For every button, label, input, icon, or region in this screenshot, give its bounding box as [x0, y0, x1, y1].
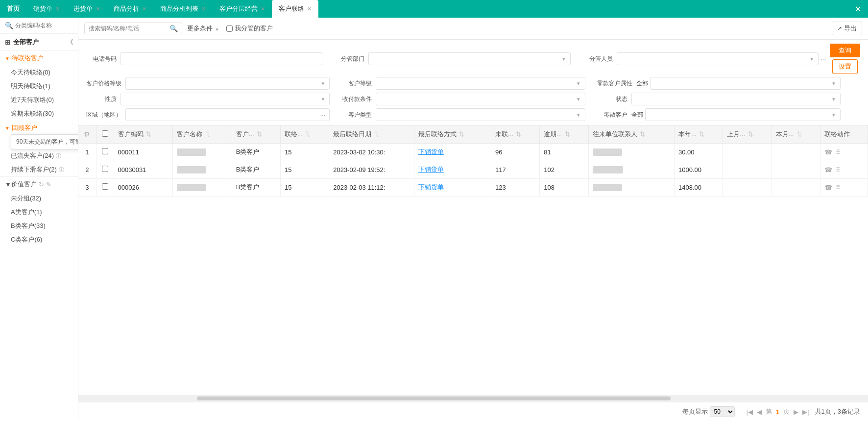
- row-checkbox[interactable]: [96, 143, 114, 161]
- my-customers-checkbox[interactable]: [226, 25, 233, 32]
- filter-status-select[interactable]: ▼: [631, 93, 841, 105]
- row-name: ██████: [173, 143, 232, 161]
- row-actions[interactable]: ☎ ⠿: [820, 178, 868, 196]
- last-page-btn[interactable]: ▶|: [802, 408, 809, 416]
- action-call-icon[interactable]: ☎: [824, 184, 832, 191]
- col-liaison-sort[interactable]: ⇅: [640, 130, 645, 138]
- sidebar-group-review[interactable]: ▼ 回顾客户: [0, 121, 78, 135]
- row-last-method[interactable]: 下销货单: [414, 178, 491, 196]
- sidebar-item-class-c[interactable]: C类客户(6): [0, 233, 78, 247]
- table-gear-icon[interactable]: ⚙: [84, 130, 90, 138]
- filter-zero-attr-select[interactable]: ▼: [650, 77, 841, 90]
- filter-manager-select[interactable]: ▼: [617, 52, 819, 65]
- filter-more-btn[interactable]: ···: [820, 55, 826, 63]
- row-last-month: [723, 161, 772, 178]
- col-last-month: 上月... ⇅: [723, 125, 772, 143]
- search-input[interactable]: [89, 25, 168, 32]
- action-more-icon[interactable]: ⠿: [836, 149, 841, 156]
- filter-phone: 电话号码: [86, 52, 322, 65]
- sidebar-search-input[interactable]: [15, 22, 73, 29]
- close-tab-customer-layered[interactable]: ✕: [261, 6, 265, 12]
- col-name-sort[interactable]: ⇅: [205, 130, 211, 138]
- sidebar-item-churned[interactable]: 已流失客户(24) ⓘ: [0, 149, 78, 163]
- action-more-icon[interactable]: ⠿: [836, 166, 841, 173]
- table-row: 3 000026 ██ B类客户 15 2023-02-03 11:12: 下销…: [78, 178, 868, 196]
- row-actions[interactable]: ☎ ⠿: [820, 161, 868, 178]
- area-more[interactable]: ···: [320, 111, 325, 119]
- tab-customer-contact[interactable]: 客户联络 ✕: [272, 0, 318, 18]
- settings-button[interactable]: 设置: [832, 59, 858, 74]
- tab-home[interactable]: 首页: [0, 0, 26, 18]
- sidebar-all-customers[interactable]: ⊞ 全部客户 《: [0, 34, 78, 51]
- row-checkbox[interactable]: [96, 178, 114, 196]
- col-contact-sort[interactable]: ⇅: [305, 130, 311, 138]
- action-call-icon[interactable]: ☎: [824, 149, 832, 156]
- sidebar-item-tomorrow-pending[interactable]: 明天待联络(1): [0, 79, 78, 93]
- filter-customer-level-select[interactable]: ▼: [376, 77, 585, 90]
- sidebar-item-ungrouped[interactable]: 未分组(32): [0, 192, 78, 205]
- filter-dept-select[interactable]: ▼: [368, 52, 570, 65]
- filter-gender-select[interactable]: ▼: [121, 93, 330, 105]
- my-customers-toggle[interactable]: 我分管的客户: [226, 24, 273, 33]
- sidebar-item-declining[interactable]: 持续下滑客户(2) ⓘ: [0, 163, 78, 176]
- more-conditions-btn[interactable]: 更多条件 ▲: [187, 24, 219, 33]
- settings-icon-value[interactable]: ✎: [46, 181, 51, 188]
- close-all-tabs[interactable]: ✕: [848, 4, 868, 14]
- tab-customer-layered[interactable]: 客户分层经营 ✕: [213, 0, 272, 18]
- col-type: 客户... ⇅: [232, 125, 280, 143]
- col-unlisted-sort[interactable]: ⇅: [516, 130, 521, 138]
- sidebar-item-overdue-pending[interactable]: 逾期未联络(30): [0, 107, 78, 121]
- col-this-month-sort[interactable]: ⇅: [796, 130, 802, 138]
- row-actions[interactable]: ☎ ⠿: [820, 143, 868, 161]
- prev-page-btn[interactable]: ◀: [757, 408, 762, 416]
- query-button[interactable]: 查询: [830, 44, 860, 57]
- sidebar-item-week-pending[interactable]: 近7天待联络(0): [0, 93, 78, 107]
- tab-purchase-order[interactable]: 进货单 ✕: [67, 0, 107, 18]
- tab-sales-order[interactable]: 销货单 ✕: [26, 0, 67, 18]
- close-tab-product-analysis-list[interactable]: ✕: [201, 6, 206, 12]
- close-tab-customer-contact[interactable]: ✕: [307, 6, 312, 12]
- col-last-month-sort[interactable]: ⇅: [748, 130, 753, 138]
- sidebar-group-value[interactable]: ▼ 价值客户 ↻ ✎: [0, 176, 78, 192]
- row-unlisted: 96: [491, 143, 540, 161]
- export-button[interactable]: ↗ 导出: [832, 22, 862, 35]
- search-submit-icon[interactable]: 🔍: [169, 25, 178, 32]
- next-page-btn[interactable]: ▶: [794, 408, 798, 416]
- first-page-btn[interactable]: |◀: [747, 408, 753, 416]
- filter-price-level: 客户价格等级 ▼: [86, 77, 330, 90]
- sidebar-group-pending[interactable]: ▼ 待联络客户: [0, 51, 78, 66]
- tab-product-analysis[interactable]: 商品分析 ✕: [107, 0, 153, 18]
- col-last-method-sort[interactable]: ⇅: [459, 130, 464, 138]
- filter-customer-type-select[interactable]: ▼: [376, 108, 585, 121]
- sidebar-item-class-a[interactable]: A类客户(1): [0, 205, 78, 219]
- row-last-method[interactable]: 下销货单: [414, 161, 491, 178]
- filter-phone-input[interactable]: [121, 52, 322, 65]
- action-more-icon[interactable]: ⠿: [836, 184, 841, 191]
- col-this-year-sort[interactable]: ⇅: [699, 130, 704, 138]
- sidebar-item-class-b[interactable]: B类客户(33): [0, 219, 78, 233]
- sidebar-item-today-pending[interactable]: 今天待联络(0): [0, 66, 78, 79]
- close-tab-purchase-order[interactable]: ✕: [96, 6, 100, 12]
- per-page-select[interactable]: 50 100 200: [710, 406, 735, 417]
- row-checkbox[interactable]: [96, 161, 114, 178]
- close-tab-sales-order[interactable]: ✕: [55, 6, 60, 12]
- tab-product-analysis-list[interactable]: 商品分析列表 ✕: [153, 0, 213, 18]
- edit-icon-value[interactable]: ↻: [39, 181, 44, 188]
- filter-manager: 分管人员 ▼: [582, 52, 819, 65]
- col-last-date-sort[interactable]: ⇅: [374, 130, 380, 138]
- col-code-sort[interactable]: ⇅: [146, 130, 151, 138]
- action-call-icon[interactable]: ☎: [824, 166, 832, 173]
- col-type-sort[interactable]: ⇅: [257, 130, 262, 138]
- sidebar-item-churn-warning[interactable]: 流失预警客户(3) ⓘ: [0, 135, 78, 149]
- filter-zero-customer-select[interactable]: ▼: [645, 108, 841, 121]
- scroll-thumb[interactable]: [197, 396, 671, 400]
- filter-area-select[interactable]: ···: [125, 108, 330, 121]
- col-overdue-sort[interactable]: ⇅: [565, 130, 570, 138]
- horizontal-scrollbar[interactable]: [78, 395, 868, 402]
- data-table: ⚙ 客户编码 ⇅ 客户名称 ⇅: [78, 125, 868, 197]
- select-all-checkbox[interactable]: [102, 130, 108, 137]
- filter-payment-select[interactable]: ▼: [376, 93, 585, 105]
- filter-price-level-select[interactable]: ▼: [125, 77, 330, 90]
- close-tab-product-analysis[interactable]: ✕: [142, 6, 146, 12]
- row-last-method[interactable]: 下销货单: [414, 143, 491, 161]
